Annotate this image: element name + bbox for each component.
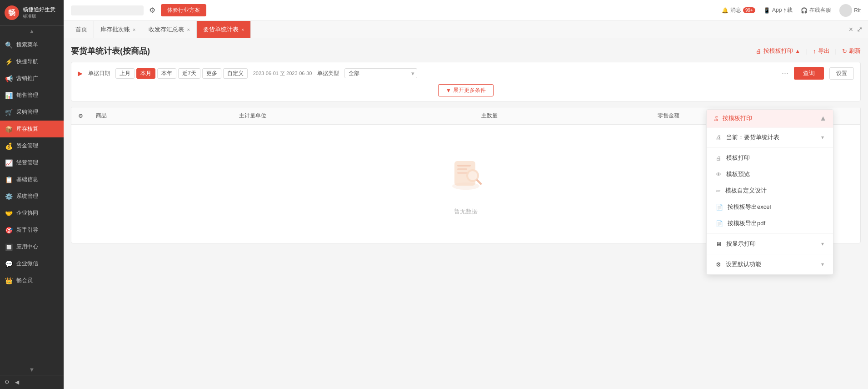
sep2: | xyxy=(835,48,837,55)
export-label: 导出 xyxy=(818,47,830,55)
template-custom-label: 模板自定义设计 xyxy=(725,187,767,195)
sidebar-item-guide[interactable]: 🎯 新手引导 xyxy=(0,222,64,238)
refresh-label: 刷新 xyxy=(849,47,861,55)
dropdown-title: 按模板打印 xyxy=(723,114,752,122)
date-btn-this-month[interactable]: 本月 xyxy=(136,68,155,79)
topbar-settings-icon[interactable]: ⚙ xyxy=(149,6,155,15)
dropdown-header-left: 🖨 按模板打印 xyxy=(713,114,752,122)
sidebar-scroll-up[interactable]: ▲ xyxy=(0,26,64,36)
refresh-action[interactable]: ↻ 刷新 xyxy=(842,47,861,55)
tab-close-all-button[interactable]: × xyxy=(849,25,853,34)
page-header: 要货单统计表(按商品) 🖨 按模板打印 ▲ | ↑ 导出 | ↻ xyxy=(71,45,861,56)
date-btn-7days[interactable]: 近7天 xyxy=(178,68,200,79)
messages-item[interactable]: 🔔 消息 99+ xyxy=(722,6,755,14)
print-template-label: 按模板打印 xyxy=(763,47,793,55)
sidebar-item-label: 基础信息 xyxy=(16,176,38,183)
purchase-icon: 🛒 xyxy=(5,109,13,116)
member-icon: 👑 xyxy=(5,277,13,284)
svg-rect-2 xyxy=(457,165,471,167)
doc-type-label: 单据类型 xyxy=(317,70,339,77)
sidebar-item-marketing[interactable]: 📢 营销推广 xyxy=(0,70,64,87)
dropdown-set-default[interactable]: ⚙ 设置默认功能 ▾ xyxy=(707,256,833,273)
tab-inventory-batch-close[interactable]: × xyxy=(133,27,135,32)
sidebar-item-label: 营销推广 xyxy=(16,75,38,82)
set-default-left: ⚙ 设置默认功能 xyxy=(716,260,761,268)
topbar-search-input[interactable] xyxy=(71,5,144,15)
dropdown-item-template-custom[interactable]: ✏ 模板自定义设计 xyxy=(707,182,833,199)
sidebar-item-purchase[interactable]: 🛒 采购管理 xyxy=(0,104,64,121)
dropdown-item-template-preview[interactable]: 👁 模板预览 xyxy=(707,166,833,182)
dropdown-section-default: ⚙ 设置默认功能 ▾ xyxy=(707,254,833,274)
sidebar-item-sales[interactable]: 📊 销售管理 xyxy=(0,87,64,104)
sidebar-item-finance[interactable]: 💰 资金管理 xyxy=(0,137,64,154)
tab-inventory-batch[interactable]: 库存批次账 × xyxy=(94,21,142,38)
printer-icon: 🖨 xyxy=(756,48,762,55)
phone-icon: 📱 xyxy=(763,7,770,14)
sidebar-item-search[interactable]: 🔍 搜索菜单 xyxy=(0,36,64,53)
dropdown-close-button[interactable]: ▲ xyxy=(819,114,827,122)
marketing-icon: 📢 xyxy=(5,75,13,82)
online-service-label: 在线客服 xyxy=(809,6,831,14)
dropdown-current-template[interactable]: 🖨 当前：要货单统计表 ▾ xyxy=(707,129,833,146)
query-button[interactable]: 查询 xyxy=(794,67,824,80)
doc-type-select[interactable]: 全部 要货单 xyxy=(344,68,417,78)
date-btn-this-year[interactable]: 本年 xyxy=(157,68,176,79)
more-options-button[interactable]: ··· xyxy=(782,69,788,78)
trial-button[interactable]: 体验行业方案 xyxy=(161,4,206,16)
collapse-icon[interactable]: ◀ xyxy=(15,379,19,385)
col-product: 商品 xyxy=(90,107,233,125)
set-default-arrow: ▾ xyxy=(821,261,824,268)
current-template-left: 🖨 当前：要货单统计表 xyxy=(716,133,779,141)
sidebar-nav: 🔍 搜索菜单 ⚡ 快捷导航 📢 营销推广 📊 销售管理 🛒 采购管理 📦 库存核… xyxy=(0,36,64,364)
sidebar-item-label: 搜索菜单 xyxy=(16,41,38,49)
dropdown-display-print[interactable]: 🖥 按显示打印 ▾ xyxy=(707,236,833,252)
filter-row: ▶ 单据日期 上月 本月 本年 近7天 更多 自定义 2023-06-01 至 … xyxy=(78,67,854,80)
date-btn-custom[interactable]: 自定义 xyxy=(223,68,248,79)
user-avatar[interactable]: Rit xyxy=(839,4,861,17)
user-name: Rit xyxy=(854,7,861,14)
sidebar-item-inventory[interactable]: 📦 库存核算 xyxy=(0,121,64,137)
sidebar-item-wechat[interactable]: 💬 企业微信 xyxy=(0,255,64,272)
sidebar-item-system[interactable]: ⚙️ 系统管理 xyxy=(0,188,64,205)
sidebar-item-apps[interactable]: 🔲 应用中心 xyxy=(0,238,64,255)
sidebar-scroll-down[interactable]: ▼ xyxy=(0,364,64,375)
template-excel-label: 按模板导出excel xyxy=(728,203,771,211)
app-download-item[interactable]: 📱 App下载 xyxy=(763,6,793,14)
tab-order-stats[interactable]: 要货单统计表 × xyxy=(197,21,251,38)
expand-more-btn[interactable]: ▼ 展开更多条件 xyxy=(438,84,494,96)
dropdown-item-template-excel[interactable]: 📄 按模板导出excel xyxy=(707,199,833,215)
sidebar-item-label: 企业微信 xyxy=(16,260,38,268)
settings-icon[interactable]: ⚙ xyxy=(5,379,10,385)
dropdown-item-template-pdf[interactable]: 📄 按模板导出pdf xyxy=(707,215,833,232)
sidebar-item-enterprise[interactable]: 🤝 企业协同 xyxy=(0,205,64,222)
tab-order-stats-close[interactable]: × xyxy=(241,27,244,32)
sidebar-item-base[interactable]: 📋 基础信息 xyxy=(0,171,64,188)
sidebar-item-operation[interactable]: 📈 经营管理 xyxy=(0,154,64,171)
sidebar-item-quick-nav[interactable]: ⚡ 快捷导航 xyxy=(0,53,64,70)
filter-expand-icon[interactable]: ▶ xyxy=(78,70,83,77)
date-btn-last-month[interactable]: 上月 xyxy=(115,68,135,79)
online-service-item[interactable]: 🎧 在线客服 xyxy=(801,6,831,14)
chevron-up-icon: ▲ xyxy=(795,48,801,55)
col-settings[interactable]: ⚙ xyxy=(71,107,90,125)
settings-button[interactable]: 设置 xyxy=(829,67,854,80)
template-pdf-label: 按模板导出pdf xyxy=(728,219,765,227)
date-btn-more[interactable]: 更多 xyxy=(202,68,221,79)
tab-home[interactable]: 首页 xyxy=(69,21,94,38)
dropdown-item-template-print[interactable]: 🖨 模板打印 xyxy=(707,150,833,166)
svg-point-6 xyxy=(468,171,477,180)
sidebar-item-member[interactable]: 👑 畅会员 xyxy=(0,272,64,289)
export-action[interactable]: ↑ 导出 xyxy=(813,47,830,55)
current-template-label: 当前：要货单统计表 xyxy=(726,133,779,141)
tab-expand-button[interactable]: ⤢ xyxy=(857,25,863,34)
base-icon: 📋 xyxy=(5,176,13,183)
topbar-left: ⚙ 体验行业方案 xyxy=(71,4,206,16)
print-template-dropdown: 🖨 按模板打印 ▲ 🖨 当前：要货单统计表 ▾ xyxy=(706,109,833,275)
tab-receivable-summary[interactable]: 收发存汇总表 × xyxy=(142,21,196,38)
edit-menu-icon: ✏ xyxy=(716,187,721,194)
print-template-action[interactable]: 🖨 按模板打印 ▲ xyxy=(756,47,801,55)
tab-receivable-summary-close[interactable]: × xyxy=(187,27,190,32)
expand-more-label: 展开更多条件 xyxy=(453,86,486,94)
sidebar-item-label: 畅会员 xyxy=(16,277,33,284)
sep1: | xyxy=(806,48,808,55)
